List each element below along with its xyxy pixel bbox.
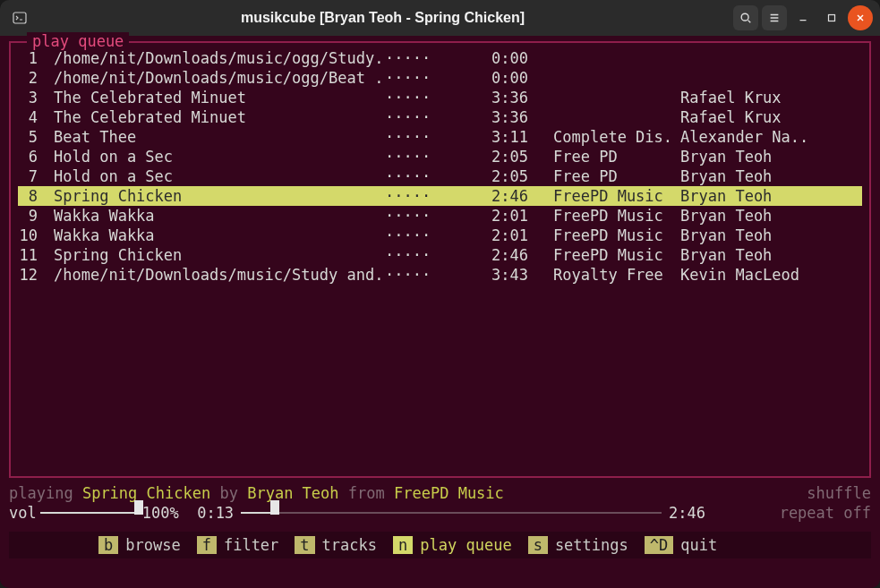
row-number: 2: [18, 69, 54, 87]
queue-row[interactable]: 10Wakka Wakka·····2:01FreePD MusicBryan …: [18, 226, 862, 245]
row-duration: 2:46: [474, 187, 528, 205]
volume-label: vol: [9, 504, 37, 522]
row-artist: Bryan Teoh: [671, 148, 862, 166]
row-dots: ·····: [385, 266, 474, 284]
close-button[interactable]: [848, 5, 873, 30]
nav-label-filter[interactable]: filter: [224, 536, 278, 554]
row-artist: Alexander Na..: [671, 128, 862, 146]
row-artist: Bryan Teoh: [671, 246, 862, 264]
row-dots: ·····: [385, 167, 474, 185]
row-number: 3: [18, 89, 54, 107]
nav-bar: bbrowseffilterttracksnplay queuessetting…: [9, 532, 871, 558]
maximize-button[interactable]: [819, 5, 844, 30]
terminal-icon[interactable]: [7, 5, 32, 30]
queue-row[interactable]: 12/home/nit/Downloads/music/Study and..·…: [18, 265, 862, 285]
row-number: 5: [18, 128, 54, 146]
queue-row[interactable]: 4The Celebrated Minuet·····3:36Rafael Kr…: [18, 107, 862, 127]
row-artist: Kevin MacLeod: [671, 266, 862, 284]
nav-label-browse[interactable]: browse: [125, 536, 180, 554]
queue-row[interactable]: 1/home/nit/Downloads/music/ogg/Study..··…: [18, 48, 862, 68]
row-number: 4: [18, 108, 54, 126]
repeat-status[interactable]: repeat off: [780, 504, 871, 522]
row-album: FreePD Music: [528, 246, 671, 264]
search-button[interactable]: [733, 5, 758, 30]
shuffle-status[interactable]: shuffle: [807, 484, 871, 502]
status-from: from: [348, 484, 385, 502]
row-duration: 2:01: [474, 226, 528, 244]
row-album: Royalty Free: [528, 266, 671, 284]
row-duration: 3:43: [474, 266, 528, 284]
row-dots: ·····: [385, 207, 474, 225]
row-title: Beat Thee: [54, 128, 385, 146]
row-album: FreePD Music: [528, 187, 671, 205]
row-number: 10: [18, 226, 54, 244]
queue-row[interactable]: 3The Celebrated Minuet·····3:36Rafael Kr…: [18, 88, 862, 107]
nav-key-filter[interactable]: f: [197, 536, 217, 554]
queue-row[interactable]: 9Wakka Wakka·····2:01FreePD MusicBryan T…: [18, 206, 862, 226]
row-duration: 3:36: [474, 108, 528, 126]
row-dots: ·····: [385, 69, 474, 87]
row-dots: ·····: [385, 89, 474, 107]
play-queue-label: play queue: [27, 32, 129, 50]
row-album: Free PD: [528, 148, 671, 166]
row-title: Wakka Wakka: [54, 226, 385, 244]
row-duration: 0:00: [474, 69, 528, 87]
terminal-body: play queue 1/home/nit/Downloads/music/og…: [0, 36, 880, 588]
queue-row[interactable]: 6Hold on a Sec·····2:05Free PDBryan Teoh: [18, 147, 862, 166]
row-number: 9: [18, 207, 54, 225]
total-time: 2:46: [669, 504, 705, 522]
nav-key-settings[interactable]: s: [528, 536, 548, 554]
nav-key-tracks[interactable]: t: [295, 536, 314, 554]
row-artist: Rafael Krux: [671, 108, 862, 126]
row-dots: ·····: [385, 49, 474, 67]
nav-label-quit[interactable]: quit: [680, 536, 717, 554]
row-duration: 2:05: [474, 167, 528, 185]
row-artist: Bryan Teoh: [671, 226, 862, 244]
row-title: Wakka Wakka: [54, 207, 385, 225]
row-album: FreePD Music: [528, 226, 671, 244]
row-title: The Celebrated Minuet: [54, 89, 385, 107]
menu-button[interactable]: [762, 5, 787, 30]
row-duration: 2:46: [474, 246, 528, 264]
row-dots: ·····: [385, 108, 474, 126]
row-dots: ·····: [385, 148, 474, 166]
row-album: FreePD Music: [528, 207, 671, 225]
row-duration: 2:05: [474, 148, 528, 166]
queue-row[interactable]: 2/home/nit/Downloads/music/ogg/Beat ..··…: [18, 68, 862, 88]
status-by: by: [219, 484, 237, 502]
row-album: Complete Dis..: [528, 128, 671, 146]
row-title: The Celebrated Minuet: [54, 108, 385, 126]
queue-row[interactable]: 5Beat Thee·····3:11Complete Dis..Alexand…: [18, 127, 862, 147]
now-playing-artist: Bryan Teoh: [247, 484, 338, 502]
row-artist: Bryan Teoh: [671, 187, 862, 205]
nav-label-tracks[interactable]: tracks: [322, 536, 377, 554]
row-dots: ·····: [385, 226, 474, 244]
queue-row[interactable]: 8Spring Chicken·····2:46FreePD MusicBrya…: [18, 186, 862, 206]
minimize-button[interactable]: [790, 5, 816, 30]
queue-row[interactable]: 7Hold on a Sec·····2:05Free PDBryan Teoh: [18, 166, 862, 186]
nav-key-play-queue[interactable]: n: [393, 536, 413, 554]
transport-line: vol 100% 0:13 2:46 repeat off: [9, 503, 871, 523]
row-number: 6: [18, 148, 54, 166]
row-title: Spring Chicken: [54, 246, 385, 264]
titlebar: musikcube [Bryan Teoh - Spring Chicken]: [0, 0, 880, 36]
nav-label-play-queue[interactable]: play queue: [420, 536, 511, 554]
seek-slider[interactable]: [241, 507, 662, 519]
svg-point-1: [741, 13, 748, 21]
row-number: 1: [18, 49, 54, 67]
app-window: musikcube [Bryan Teoh - Spring Chicken] …: [0, 0, 880, 588]
row-duration: 2:01: [474, 207, 528, 225]
volume-percent: 100%: [142, 504, 179, 522]
row-album: Free PD: [528, 167, 671, 185]
nav-label-settings[interactable]: settings: [555, 536, 628, 554]
row-dots: ·····: [385, 187, 474, 205]
row-dots: ·····: [385, 128, 474, 146]
volume-slider[interactable]: [40, 507, 139, 519]
now-playing-track: Spring Chicken: [82, 484, 210, 502]
nav-key-quit[interactable]: ^D: [645, 536, 673, 554]
row-duration: 3:36: [474, 89, 528, 107]
nav-key-browse[interactable]: b: [98, 536, 118, 554]
now-playing-album: FreePD Music: [394, 484, 504, 502]
queue-row[interactable]: 11Spring Chicken·····2:46FreePD MusicBry…: [18, 245, 862, 265]
svg-rect-0: [13, 13, 26, 23]
